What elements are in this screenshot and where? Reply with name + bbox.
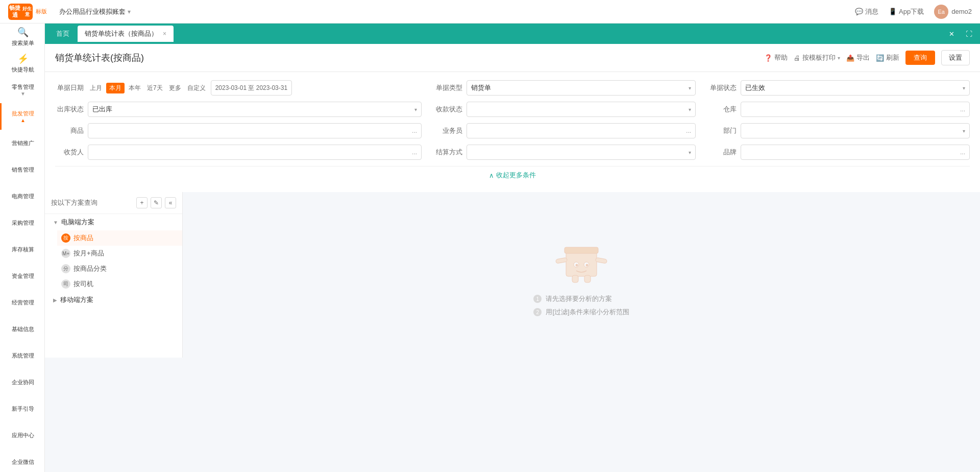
doc-type-dropdown[interactable]: 销货单 ▾ <box>467 80 696 96</box>
sidebar-item-operations[interactable]: 经营管理 <box>0 289 44 316</box>
date-more[interactable]: 更多 <box>167 83 183 93</box>
scheme-icon-goods: 按 <box>61 233 70 243</box>
empty-state: 1 请先选择要分析的方案 2 用[过滤]条件来缩小分析范围 <box>183 192 980 358</box>
tab-active[interactable]: 销货单统计表（按商品） × <box>78 26 174 42</box>
settings-btn[interactable]: 设置 <box>941 50 970 65</box>
doc-status-dropdown[interactable]: 已生效 ▾ <box>741 80 970 96</box>
date-this-month[interactable]: 本月 <box>106 83 125 93</box>
filter-brand: 品牌 ... <box>708 145 970 160</box>
salesperson-input[interactable]: ... <box>467 123 696 138</box>
sidebar-item-guide[interactable]: 新手引导 <box>0 395 44 422</box>
sidebar-item-finance[interactable]: 资金管理 <box>0 263 44 289</box>
query-layout: 按以下方案查询 + ✎ « ▼ 电脑端方案 <box>45 192 980 358</box>
tab-home[interactable]: 首页 <box>49 26 77 42</box>
salesperson-dots[interactable]: ... <box>686 127 691 134</box>
page-title: 销货单统计表(按商品) <box>55 52 144 70</box>
receipt-status-dropdown[interactable]: ▾ <box>467 102 696 117</box>
refresh-icon: 🔄 <box>876 54 884 62</box>
export-icon: 📤 <box>846 54 854 62</box>
sidebar-item-enterprise[interactable]: 企业协同 <box>0 369 44 395</box>
collapse-panel-btn[interactable]: « <box>165 197 176 208</box>
filter-row-1: 单据日期 上月 本月 本年 近7天 更多 自定义 <box>55 80 970 96</box>
receiver-label: 收货人 <box>55 148 84 157</box>
date-range-input[interactable]: 2023-03-01 至 2023-03-31 <box>211 80 292 96</box>
date-group: 上月 本月 本年 近7天 更多 自定义 2023-03-01 至 2023-03… <box>88 80 422 96</box>
sidebar-item-basic-info[interactable]: 基础信息 <box>0 316 44 342</box>
dept-dropdown[interactable]: ▾ <box>741 123 970 138</box>
sidebar-item-ecommerce[interactable]: 电商管理 <box>0 183 44 209</box>
collapse-icon: ∧ <box>489 172 494 179</box>
filter-payment: 结算方式 ▾ <box>434 145 696 160</box>
scheme-by-month-goods[interactable]: M+ 按月+商品 <box>57 246 182 261</box>
tree-group-mobile[interactable]: ▶ 移动端方案 <box>45 292 182 308</box>
query-btn[interactable]: 查询 <box>905 51 935 65</box>
refresh-btn[interactable]: 🔄 刷新 <box>876 53 899 62</box>
logo-area: 畅捷通 好生意 标版 <box>8 4 53 20</box>
filter-date: 单据日期 上月 本月 本年 近7天 更多 自定义 <box>55 80 422 96</box>
sidebar-item-quick-nav[interactable]: ⚡ 快捷导航 <box>0 50 44 77</box>
scheme-by-goods[interactable]: 按 按商品 <box>57 230 182 246</box>
receiver-input[interactable]: ... <box>88 145 422 160</box>
receiver-dots[interactable]: ... <box>412 149 417 156</box>
out-status-label: 出库状态 <box>55 105 84 114</box>
fullscreen-btn[interactable]: ⛶ <box>962 27 976 41</box>
doc-type-arrow: ▾ <box>689 85 691 91</box>
workspace-dropdown-icon[interactable]: ▾ <box>128 8 131 15</box>
sidebar-item-sales[interactable]: 销售管理 <box>0 156 44 183</box>
sidebar-item-inventory[interactable]: 库存核算 <box>0 236 44 263</box>
tab-bar: 首页 销货单统计表（按商品） × ✕ ⛶ <box>45 23 980 44</box>
filter-goods: 商品 ... <box>55 123 422 138</box>
quick-nav-icon: ⚡ <box>17 53 29 64</box>
sidebar-item-wechat[interactable]: 企业微信 <box>0 449 44 472</box>
goods-input[interactable]: ... <box>88 123 422 138</box>
close-all-tabs-btn[interactable]: ✕ <box>944 27 959 41</box>
date-7days[interactable]: 近7天 <box>145 83 165 93</box>
sidebar-item-system[interactable]: 系统管理 <box>0 342 44 369</box>
payment-dropdown[interactable]: ▾ <box>467 145 696 160</box>
doc-status-label: 单据状态 <box>708 83 737 92</box>
tab-close-btn[interactable]: × <box>163 30 166 37</box>
date-this-year[interactable]: 本年 <box>127 83 143 93</box>
brand-dots[interactable]: ... <box>960 149 965 156</box>
payment-arrow: ▾ <box>689 150 691 155</box>
filter-row-3: 商品 ... 业务员 ... <box>55 123 970 138</box>
export-btn[interactable]: 📤 导出 <box>846 53 870 62</box>
edit-scheme-btn[interactable]: ✎ <box>151 197 162 208</box>
goods-dots[interactable]: ... <box>412 127 417 134</box>
scheme-by-driver[interactable]: 司 按司机 <box>57 276 182 292</box>
tree-sub-pc: 按 按商品 M+ 按月+商品 分 按商品分类 <box>45 230 182 292</box>
receipt-status-arrow: ▾ <box>689 107 691 112</box>
goods-label: 商品 <box>55 126 84 135</box>
date-last-month[interactable]: 上月 <box>88 83 104 93</box>
sidebar-item-marketing[interactable]: 营销推广 <box>0 130 44 156</box>
top-bar: 畅捷通 好生意 标版 办公用品行业模拟账套 ▾ 💬 消息 📱 App下载 Ea … <box>0 0 980 23</box>
tree-group-pc[interactable]: ▼ 电脑端方案 <box>45 214 182 230</box>
date-custom[interactable]: 自定义 <box>185 83 208 93</box>
print-btn[interactable]: 🖨 按模板打印 ▾ <box>794 53 840 62</box>
date-shortcuts: 上月 本月 本年 近7天 更多 自定义 <box>88 83 208 93</box>
out-status-dropdown[interactable]: 已出库 ▾ <box>88 102 422 117</box>
svg-rect-9 <box>584 275 591 282</box>
warehouse-dots[interactable]: ... <box>960 106 965 113</box>
sidebar-item-wholesale[interactable]: 批发管理 ▲ <box>0 103 44 130</box>
page-content: 销货单统计表(按商品) ❓ 帮助 🖨 按模板打印 ▾ 📤 <box>45 44 980 472</box>
warehouse-input[interactable]: ... <box>741 102 970 117</box>
sidebar-item-search[interactable]: 🔍 搜索菜单 <box>0 23 44 50</box>
add-scheme-btn[interactable]: + <box>136 197 148 208</box>
doc-status-arrow: ▾ <box>963 85 965 91</box>
app-download-btn[interactable]: 📱 App下载 <box>889 7 924 16</box>
filter-dept: 部门 ▾ <box>708 123 970 138</box>
user-menu[interactable]: Ea demo2 <box>934 5 972 19</box>
svg-rect-7 <box>595 257 607 264</box>
sidebar-item-purchase[interactable]: 采购管理 <box>0 209 44 236</box>
brand-input[interactable]: ... <box>741 145 970 160</box>
collapse-bar[interactable]: ∧ 收起更多条件 <box>55 166 970 184</box>
scheme-icon-month-goods: M+ <box>61 249 70 258</box>
scheme-by-category[interactable]: 分 按商品分类 <box>57 261 182 276</box>
empty-tip-2: 2 用[过滤]条件来缩小分析范围 <box>533 308 629 317</box>
svg-point-4 <box>576 264 578 267</box>
message-btn[interactable]: 💬 消息 <box>855 7 878 16</box>
sidebar-item-app-center[interactable]: 应用中心 <box>0 422 44 449</box>
help-btn[interactable]: ❓ 帮助 <box>764 53 788 62</box>
sidebar-item-retail[interactable]: 零售管理 ▼ <box>0 77 44 103</box>
